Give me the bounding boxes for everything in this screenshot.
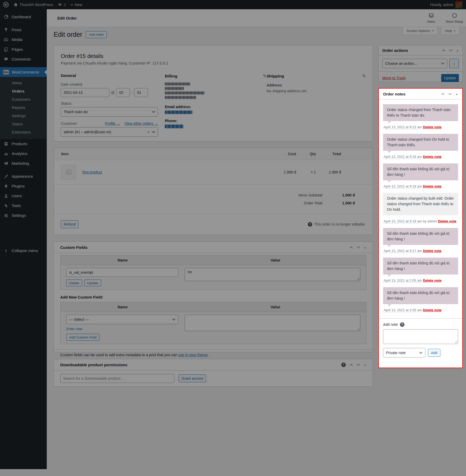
move-down-icon[interactable] xyxy=(448,93,452,95)
grant-access-button[interactable]: Grant access xyxy=(179,374,206,382)
order-action-select[interactable]: Choose an action... xyxy=(382,59,447,68)
move-down-icon[interactable] xyxy=(357,246,360,249)
order-items-panel: Item Cost Qty Total Test product 1.000 đ… xyxy=(54,148,373,235)
product-name-link[interactable]: Test product xyxy=(82,170,102,174)
move-up-icon[interactable] xyxy=(441,93,445,95)
howdy-text[interactable]: Howdy, admin xyxy=(430,3,453,7)
help-icon[interactable]: ? xyxy=(341,363,346,367)
move-to-trash-link[interactable]: Move to Trash xyxy=(382,76,406,80)
sidebar-item-comments[interactable]: Comments xyxy=(0,54,47,64)
toggle-panel-icon[interactable]: ▲ xyxy=(364,246,366,249)
clear-selection-icon[interactable]: × xyxy=(147,130,150,134)
view-other-orders-link[interactable]: View other orders → xyxy=(124,121,158,126)
delete-note-link[interactable]: Delete note xyxy=(423,249,441,253)
order-note: Số tiền thanh toán không đủ với giá trị … xyxy=(383,228,458,254)
avatar[interactable] xyxy=(455,1,462,8)
sidebar-item-wc-orders[interactable]: Orders xyxy=(0,87,47,95)
sidebar-item-plugins[interactable]: Plugins xyxy=(0,181,47,191)
delete-note-link[interactable]: Delete note xyxy=(423,278,441,282)
phone-value-redacted[interactable] xyxy=(165,125,183,128)
delete-note-link[interactable]: Delete note xyxy=(423,125,441,129)
delete-note-link[interactable]: Delete note xyxy=(423,155,441,159)
inbox-tab[interactable]: Inbox xyxy=(420,11,443,25)
cf-value-textarea[interactable]: no xyxy=(185,268,360,281)
plus-icon: + xyxy=(71,2,73,7)
delete-note-link[interactable]: Delete note xyxy=(438,219,456,223)
refund-button[interactable]: Refund xyxy=(61,220,78,228)
sidebar-item-posts[interactable]: Posts xyxy=(0,25,47,35)
sidebar-item-woocommerce[interactable]: Woo WooCommerce xyxy=(0,67,47,77)
toggle-panel-icon[interactable]: ▲ xyxy=(455,93,458,95)
edit-shipping-pencil-icon[interactable]: ✎ xyxy=(362,73,366,79)
use-in-theme-link[interactable]: use in your theme xyxy=(178,353,208,357)
add-custom-field-table: Name Value — Select — Enter new Add Cust… xyxy=(60,302,366,344)
store-setup-tab[interactable]: Store Setup xyxy=(443,11,466,25)
sidebar-item-products[interactable]: Products xyxy=(0,139,47,149)
help-tab[interactable]: Help ▼ xyxy=(441,27,460,35)
update-order-button[interactable]: Update xyxy=(441,74,459,82)
hour-input[interactable]: 02 xyxy=(116,88,130,97)
sidebar-item-wc-extensions[interactable]: Extensions xyxy=(0,128,47,136)
order-notes-panel: Order notes ▲ Order status changed from … xyxy=(378,88,463,368)
order-total-label: Order Total: xyxy=(304,201,323,205)
add-order-button[interactable]: Add order xyxy=(86,31,107,38)
sidebar-item-wc-home[interactable]: Home xyxy=(0,79,47,87)
enter-new-link[interactable]: Enter new xyxy=(66,327,82,331)
sidebar-item-users[interactable]: Users xyxy=(0,191,47,201)
add-note-textarea[interactable] xyxy=(383,329,458,344)
site-name-link[interactable]: ThueAPI WordPress xyxy=(13,2,53,7)
move-up-icon[interactable] xyxy=(442,49,445,52)
sidebar-item-wc-customers[interactable]: Customers xyxy=(0,95,47,103)
help-icon[interactable]: ? xyxy=(400,322,404,327)
note-timestamp: April 13, 2021 at 9:18 am xyxy=(384,219,422,223)
toggle-panel-icon[interactable]: ▲ xyxy=(456,49,459,52)
downloadable-permissions-panel: Downloadable product permissions ? ▲ Sea… xyxy=(54,359,373,387)
sidebar-item-appearance[interactable]: Appearance xyxy=(0,171,47,181)
sidebar-item-analytics[interactable]: Analytics xyxy=(0,149,47,158)
order-status-select[interactable]: Thanh toán dư xyxy=(61,107,158,117)
date-created-input[interactable]: 2021-04-13 xyxy=(61,88,109,97)
sidebar-item-wc-settings[interactable]: Settings xyxy=(0,112,47,120)
toggle-panel-icon[interactable]: ▲ xyxy=(364,363,366,366)
note-type-select[interactable]: Private note xyxy=(383,348,425,358)
cf-name-input[interactable]: is_vat_exempt xyxy=(66,268,178,277)
cf-new-value-textarea[interactable] xyxy=(185,315,360,331)
profile-link[interactable]: Profile → xyxy=(105,121,120,126)
sidebar-item-marketing[interactable]: Marketing xyxy=(0,158,47,168)
chevron-down-icon xyxy=(419,351,423,354)
move-up-icon[interactable] xyxy=(350,246,353,249)
minute-input[interactable]: 01 xyxy=(134,88,148,97)
sidebar-item-dashboard[interactable]: Dashboard xyxy=(0,12,47,22)
note-text: Số tiền thanh toán không đủ với giá trị … xyxy=(383,228,458,245)
add-note-button[interactable]: Add xyxy=(428,349,440,357)
add-custom-field-button[interactable]: Add Custom Field xyxy=(66,334,99,341)
email-value-redacted[interactable] xyxy=(165,111,192,114)
move-up-icon[interactable] xyxy=(350,364,353,366)
screen-options-tab[interactable]: Screen Options ▼ xyxy=(403,27,438,35)
admin-bar-new[interactable]: + New xyxy=(71,2,82,7)
move-down-icon[interactable] xyxy=(449,49,453,52)
customer-select[interactable]: admin (#1 – admin@user.vn) × xyxy=(61,127,158,137)
cost-column-header: Cost xyxy=(271,152,296,156)
wordpress-logo-icon[interactable]: W xyxy=(3,2,9,7)
delete-note-link[interactable]: Delete note xyxy=(423,308,441,312)
cf-name-select[interactable]: — Select — xyxy=(66,315,178,324)
apply-action-button[interactable]: › xyxy=(449,59,459,68)
move-down-icon[interactable] xyxy=(357,364,360,366)
sidebar-item-settings[interactable]: Settings xyxy=(0,210,47,220)
plug-icon xyxy=(3,184,9,189)
collapse-menu-button[interactable]: Collapse menu xyxy=(0,246,47,255)
sidebar-item-pages[interactable]: Pages xyxy=(0,44,47,54)
cf-update-button[interactable]: Update xyxy=(84,280,101,286)
sidebar-item-media[interactable]: Media xyxy=(0,35,47,44)
items-table-header: Item Cost Qty Total xyxy=(54,148,373,160)
sidebar-item-wc-reports[interactable]: Reports xyxy=(0,103,47,112)
sidebar-item-tools[interactable]: Tools xyxy=(0,201,47,210)
edit-billing-pencil-icon[interactable]: ✎ xyxy=(263,73,267,79)
downloadable-search-input[interactable]: Search for a downloadable product… xyxy=(60,374,174,383)
admin-bar-comments[interactable]: 0 xyxy=(58,3,66,7)
qty-column-header: Qty xyxy=(296,152,316,156)
sidebar-item-wc-status[interactable]: Status xyxy=(0,120,47,128)
delete-note-link[interactable]: Delete note xyxy=(423,184,441,188)
cf-delete-button[interactable]: Delete xyxy=(66,280,82,286)
